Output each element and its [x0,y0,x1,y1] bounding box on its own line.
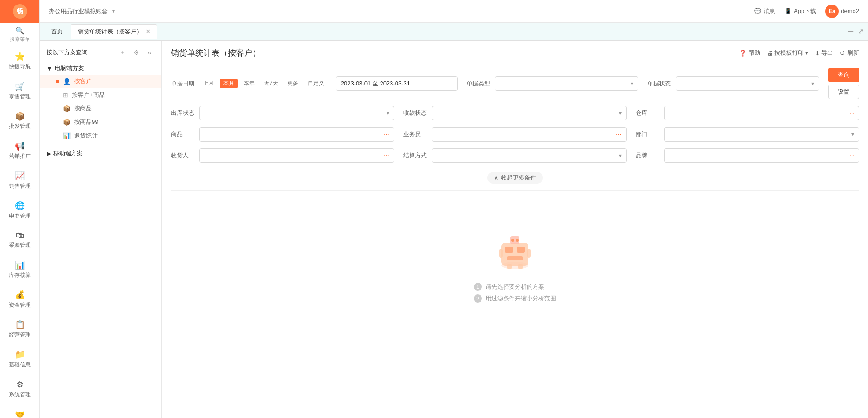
date-tab-this-month[interactable]: 本月 [220,79,238,88]
sidebar-item-quick-nav[interactable]: ⭐ 快捷导航 [0,46,39,76]
query-button[interactable]: 查询 [828,68,859,82]
tab-maximize-btn[interactable]: ⤢ [858,27,863,36]
print-btn[interactable]: 🖨 按模板打印 ▾ [767,49,808,57]
help-icon: ❓ [739,50,746,57]
enterprise-collab-icon: 🤝 [15,409,25,418]
svg-rect-8 [499,249,503,258]
date-label: 单据日期 [171,80,196,88]
date-tab-this-year[interactable]: 本年 [240,79,258,88]
filter-row-3: 商品 ··· 业务员 ··· [171,127,859,142]
warehouse-input[interactable]: ··· [664,106,859,120]
sidebar-item-inventory-check[interactable]: 📊 库存核算 [0,255,39,285]
stock-out-label: 出库状态 [171,109,196,117]
scheme-settings-btn[interactable]: ⚙ [131,48,141,57]
sidebar-item-purchase-mgmt[interactable]: 🛍 采购管理 [0,225,39,255]
sidebar-item-enterprise-collab[interactable]: 🤝 企业协同 [0,404,39,418]
tab-home[interactable]: 首页 [44,24,70,39]
svg-rect-2 [505,247,513,253]
payment-status-input[interactable]: ▾ [432,106,627,120]
main-area: 办公用品行业模拟账套 ▾ 💬 消息 📱 App下载 Ea demo2 首页 [40,0,868,418]
scheme-item-by-product-99[interactable]: 📦 按商品99 [40,115,161,129]
sidebar-item-ecommerce-mgmt[interactable]: 🌐 电商管理 [0,195,39,225]
collapse-button[interactable]: ∧ 收起更多条件 [487,172,543,184]
logo-icon: 畅 [13,4,27,19]
receiver-input[interactable]: ··· [199,148,394,163]
sidebar-item-operations-mgmt[interactable]: 📋 经营管理 [0,314,39,344]
user-profile[interactable]: Ea demo2 [825,5,859,18]
sidebar-item-marketing[interactable]: 📢 营销推广 [0,136,39,166]
header-title: 办公用品行业模拟账套 [49,7,108,15]
refresh-btn[interactable]: ↺ 刷新 [840,49,859,57]
sidebar-item-retail-mgmt[interactable]: 🛒 零售管理 [0,76,39,106]
date-tab-more[interactable]: 更多 [284,79,302,88]
message-btn[interactable]: 💬 消息 [754,7,775,15]
empty-tip-2: 2 用过滤条件来缩小分析范围 [474,294,556,303]
sidebar-menu: ⭐ 快捷导航 🛒 零售管理 📦 批发管理 📢 营销推广 📈 销售管理 🌐 电商管… [0,46,39,418]
brand-dots[interactable]: ··· [848,152,854,160]
stock-out-arrow: ▾ [387,110,389,116]
filter-payment-status: 收款状态 ▾ [403,106,627,120]
payment-status-label: 收款状态 [403,109,428,117]
scheme-item-by-product[interactable]: 📦 按商品 [40,102,161,115]
payment-method-arrow: ▾ [619,152,622,159]
filter-row-4: 收货人 ··· 结算方式 ▾ [171,148,859,163]
date-tab-custom[interactable]: 自定义 [304,79,328,88]
receiver-dots[interactable]: ··· [383,152,389,160]
user-avatar: Ea [825,5,839,18]
scheme-item-icon-grid: ⊞ [63,91,68,99]
payment-method-input[interactable]: ▾ [432,148,627,163]
scheme-add-btn[interactable]: ＋ [118,48,127,57]
desktop-section: ▼ 电脑端方案 👤 按客户 ⊞ 按客户+商品 [40,62,161,145]
mobile-section-collapse-icon: ▶ [47,150,51,157]
export-btn[interactable]: ⬇ 导出 [815,49,833,57]
brand-input[interactable]: ··· [664,148,859,163]
doc-status-input[interactable]: ▾ [676,76,819,91]
page-content: 按以下方案查询 ＋ ⚙ « ▼ 电脑端方案 [40,41,868,418]
payment-method-label: 结算方式 [403,152,428,160]
mobile-section-header[interactable]: ▶ 移动端方案 [40,147,161,160]
sidebar-item-basic-info[interactable]: 📁 基础信息 [0,344,39,374]
date-range-input[interactable]: 2023-03-01 至 2023-03-31 [336,76,458,91]
tab-controls: ─ ⤢ [848,27,863,36]
scheme-item-icon-box2: 📦 [63,119,71,126]
product-dots[interactable]: ··· [383,130,389,138]
product-input[interactable]: ··· [199,127,394,142]
sidebar-item-system-mgmt[interactable]: ⚙ 系统管理 [0,374,39,404]
stock-out-input[interactable]: ▾ [199,106,394,120]
department-input[interactable]: ▾ [664,127,859,142]
header-right: 💬 消息 📱 App下载 Ea demo2 [754,5,859,18]
sidebar-item-wholesale-mgmt[interactable]: 📦 批发管理 [0,106,39,136]
date-range-text: 2023-03-01 至 2023-03-31 [341,80,410,88]
tab-minimize-btn[interactable]: ─ [848,27,853,36]
desktop-section-header[interactable]: ▼ 电脑端方案 [40,62,161,75]
download-icon: 📱 [784,8,792,14]
date-tab-7days[interactable]: 近7天 [260,79,282,88]
tab-sales-stats[interactable]: 销货单统计表（按客户） × [71,24,157,39]
retail-mgmt-icon: 🛒 [15,81,25,91]
salesperson-dots[interactable]: ··· [616,130,622,138]
filter-receiver: 收货人 ··· [171,148,394,163]
sidebar-item-finance-mgmt[interactable]: 💰 资金管理 [0,285,39,314]
scheme-item-by-customer[interactable]: 👤 按客户 [40,75,161,88]
salesperson-input[interactable]: ··· [432,127,627,142]
sidebar-item-search-menu[interactable]: 🔍 搜索菜单 [10,23,30,46]
scheme-item-refund-stats[interactable]: 📊 退货统计 [40,129,161,142]
tab-close-btn[interactable]: × [146,28,150,35]
finance-mgmt-icon: 💰 [15,290,25,300]
filter-department: 部门 ▾ [636,127,859,142]
date-tab-last-month[interactable]: 上月 [199,79,217,88]
page-title-bar: 销货单统计表（按客户） ❓ 帮助 🖨 按模板打印 ▾ ⬇ [162,41,868,63]
scheme-collapse-btn[interactable]: « [145,48,155,57]
doc-type-input[interactable]: ▾ [495,76,638,91]
help-btn[interactable]: ❓ 帮助 [739,49,760,57]
empty-state: 1 请先选择要分析的方案 2 用过滤条件来缩小分析范围 [162,191,868,342]
svg-rect-10 [507,264,512,269]
warehouse-dots[interactable]: ··· [848,109,854,117]
scheme-item-by-customer-product[interactable]: ⊞ 按客户+商品 [40,88,161,102]
sidebar-item-sales-mgmt[interactable]: 📈 销售管理 [0,166,39,195]
header-dropdown-arrow[interactable]: ▾ [112,8,115,14]
settings-button[interactable]: 设置 [828,85,859,99]
app-download-btn[interactable]: 📱 App下载 [784,7,816,15]
svg-rect-1 [501,243,528,266]
sales-mgmt-icon: 📈 [15,171,25,181]
